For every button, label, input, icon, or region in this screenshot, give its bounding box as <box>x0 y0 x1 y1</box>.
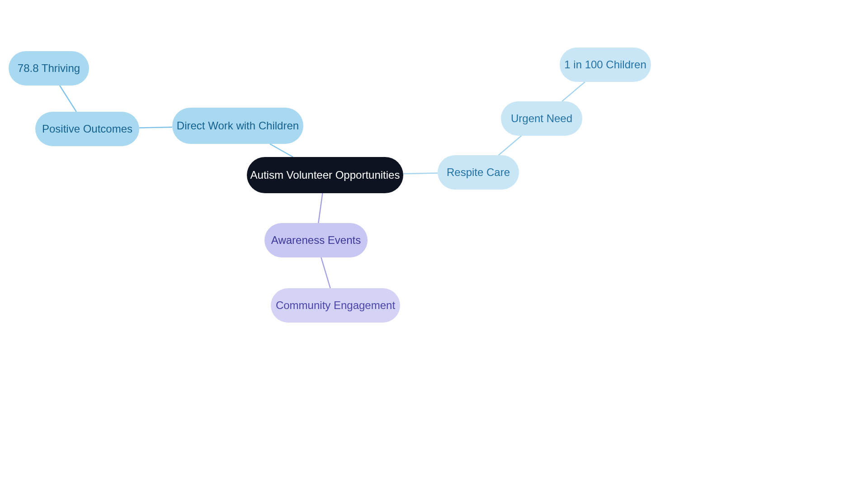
node-children[interactable]: 1 in 100 Children <box>560 48 651 82</box>
diagram-canvas: Autism Volunteer Opportunities Direct Wo… <box>0 0 868 490</box>
edge <box>562 82 585 101</box>
node-thriving[interactable]: 78.8 Thriving <box>9 51 89 86</box>
edge <box>499 136 522 155</box>
edge <box>321 257 330 288</box>
node-direct-work[interactable]: Direct Work with Children <box>172 108 303 144</box>
edge-layer <box>0 0 868 490</box>
edge <box>270 144 293 157</box>
node-respite-care[interactable]: Respite Care <box>438 155 519 190</box>
edge <box>139 127 172 128</box>
edge <box>403 173 438 174</box>
edge <box>318 193 322 223</box>
node-awareness[interactable]: Awareness Events <box>264 223 368 257</box>
node-community[interactable]: Community Engagement <box>271 288 400 323</box>
edge <box>60 86 76 112</box>
node-center[interactable]: Autism Volunteer Opportunities <box>247 157 403 193</box>
node-positive-outcomes[interactable]: Positive Outcomes <box>35 112 139 146</box>
node-urgent-need[interactable]: Urgent Need <box>501 101 582 136</box>
